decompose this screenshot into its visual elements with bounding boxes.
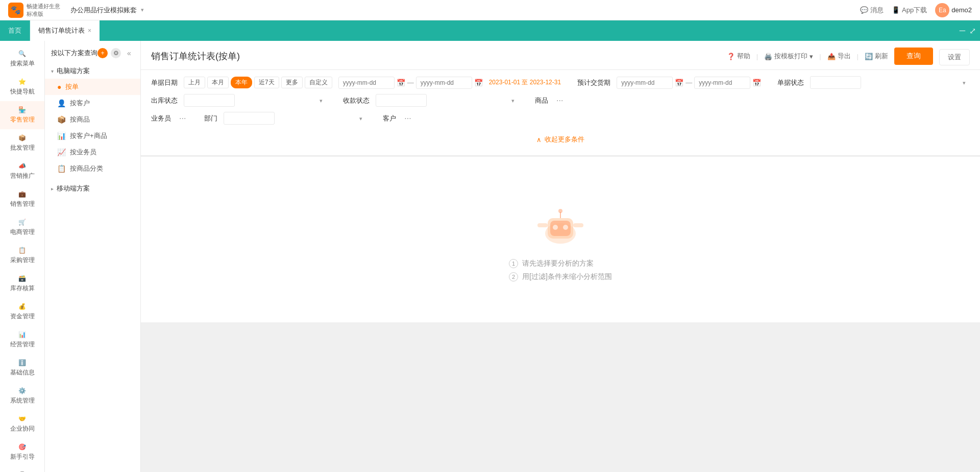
print-dropdown-icon[interactable]: ▾ [810,53,813,60]
sidebar-item-basic[interactable]: ℹ️ 基础信息 [0,354,44,382]
date-btn-this-year[interactable]: 本年 [231,77,252,88]
scheme-item-by-order[interactable]: ● 按单 [45,79,140,95]
tab-minimize-icon[interactable]: ─ [960,26,965,35]
settings-scheme-button[interactable]: ⚙ [111,48,121,58]
department-select[interactable] [224,112,275,125]
topbar-left: 🐾 畅捷通好生意 标准版 办公用品行业模拟账套 ▾ [8,3,144,18]
sidebar-item-inventory[interactable]: 🗃️ 库存核算 [0,270,44,298]
sidebar-item-ecommerce[interactable]: 🛒 电商管理 [0,214,44,242]
date-btn-custom[interactable]: 自定义 [305,77,332,88]
doc-status-select-wrapper [810,76,970,89]
scheme-item-by-product[interactable]: 📦 按商品 [45,111,140,128]
hint-num-1: 1 [509,259,518,268]
product-ellipsis-icon[interactable]: ··· [554,96,565,105]
sidebar-item-purchase[interactable]: 📋 采购管理 [0,242,44,270]
message-icon: 💬 [860,6,868,14]
scheme-item-by-category[interactable]: 📋 按商品分类 [45,160,140,177]
department-select-wrapper [224,112,366,125]
message-button[interactable]: 💬 消息 [860,6,884,15]
main-layout: 🔍 搜索菜单 ⭐ 快捷导航 🏪 零售管理 📦 批发管理 📣 营销推广 💼 销售管… [0,41,980,472]
sidebar: 🔍 搜索菜单 ⭐ 快捷导航 🏪 零售管理 📦 批发管理 📣 营销推广 💼 销售管… [0,41,45,472]
sidebar-item-newbie[interactable]: 🎯 新手引导 [0,438,44,466]
hint-num-2: 2 [509,272,518,281]
enterprise-icon: 🤝 [18,415,26,422]
app-title-dropdown-icon[interactable]: ▾ [141,7,144,13]
sidebar-item-wholesale[interactable]: 📦 批发管理 [0,129,44,157]
date-btn-this-month[interactable]: 本月 [207,77,229,88]
date-btn-last7[interactable]: 近7天 [254,77,279,88]
sidebar-item-finance[interactable]: 💰 资金管理 [0,298,44,326]
settings-button[interactable]: 设置 [939,49,970,65]
scheme-group-pc-header[interactable]: ▾ 电脑端方案 [45,63,140,79]
delivery-status-select[interactable] [184,94,235,107]
scheme-group-pc-title: 电脑端方案 [57,66,90,76]
payment-status-select-wrapper [376,94,519,107]
content-area: 按以下方案查询 + ⚙ « ▾ 电脑端方案 ● 按单 👤 按客 [45,41,980,472]
date-start-input[interactable] [338,77,395,89]
sidebar-search[interactable]: 🔍 搜索菜单 [0,45,44,73]
scheme-group-mobile: ▸ 移动端方案 [45,179,140,198]
search-icon: 🔍 [18,50,26,57]
department-label: 部门 [204,114,217,123]
tab-close-icon[interactable]: × [88,27,91,34]
scheme-item-by-cust-prod[interactable]: 📊 按客户+商品 [45,128,140,144]
predicted-date-start-input[interactable] [617,77,673,89]
tab-sales-stats[interactable]: 销售订单统计表 × [30,20,100,41]
order-icon: ● [57,83,61,91]
export-button[interactable]: 📤 导出 [827,52,851,61]
tab-home[interactable]: 首页 [0,20,30,41]
add-scheme-button[interactable]: + [97,48,108,58]
date-range-text: 2023-01-01 至 2023-12-31 [489,78,561,87]
page-title: 销售订单统计表(按单) [151,50,240,62]
sidebar-item-retail[interactable]: 🏪 零售管理 [0,101,44,129]
sidebar-item-appcenter[interactable]: 📱 应用中心 [0,466,44,472]
purchase-icon: 📋 [18,247,26,254]
salesman-ellipsis-icon[interactable]: ··· [177,114,188,123]
date-input-group: 📅 — 📅 [338,77,483,89]
sidebar-item-marketing[interactable]: 📣 营销推广 [0,157,44,185]
salesman-scheme-icon: 📈 [57,148,66,156]
scheme-group-mobile-header[interactable]: ▸ 移动端方案 [45,181,140,196]
customer-ellipsis-icon[interactable]: ··· [402,114,413,123]
tabbar-actions: ─ ⤢ [960,26,980,36]
download-icon: 📱 [892,6,900,14]
calendar-start-icon[interactable]: 📅 [397,79,405,87]
date-shortcuts: 上月 本月 本年 近7天 更多 自定义 [184,77,332,88]
salesman-label: 业务员 [151,114,171,123]
product-scheme-icon: 📦 [57,115,66,124]
predicted-calendar-start-icon[interactable]: 📅 [675,79,683,87]
logo-icon: 🐾 [8,3,23,18]
empty-hint-2: 2 用[过滤]条件来缩小分析范围 [509,272,612,281]
sidebar-item-enterprise[interactable]: 🤝 企业协同 [0,410,44,438]
calendar-end-icon[interactable]: 📅 [474,79,483,87]
date-btn-more[interactable]: 更多 [281,77,303,88]
date-end-input[interactable] [416,77,472,89]
payment-status-select[interactable] [376,94,427,107]
collapse-panel-button[interactable]: « [124,48,134,58]
predicted-calendar-end-icon[interactable]: 📅 [752,79,761,87]
query-button[interactable]: 查询 [894,48,933,65]
user-area[interactable]: Ea demo2 [935,3,972,17]
app-download-button[interactable]: 📱 App下载 [892,6,927,15]
tab-maximize-icon[interactable]: ⤢ [969,26,976,36]
print-button[interactable]: 🖨️ 按模板打印 ▾ [764,52,813,61]
basic-icon: ℹ️ [18,359,26,366]
empty-hints: 1 请先选择要分析的方案 2 用[过滤]条件来缩小分析范围 [509,259,612,281]
date-btn-last-month[interactable]: 上月 [184,77,205,88]
sidebar-item-system[interactable]: ⚙️ 系统管理 [0,382,44,410]
svg-rect-8 [573,223,583,227]
sidebar-item-sales[interactable]: 💼 销售管理 [0,185,44,214]
doc-status-select[interactable] [810,76,861,89]
sidebar-quick-nav[interactable]: ⭐ 快捷导航 [0,73,44,101]
scheme-item-by-customer[interactable]: 👤 按客户 [45,95,140,111]
help-button[interactable]: ❓ 帮助 [727,52,750,61]
help-icon: ❓ [727,53,735,60]
refresh-button[interactable]: 🔄 刷新 [865,52,888,61]
sidebar-item-operations[interactable]: 📊 经营管理 [0,326,44,354]
scheme-item-by-salesman[interactable]: 📈 按业务员 [45,144,140,160]
svg-rect-7 [537,223,548,227]
panel-header-title: 按以下方案查询 [51,49,97,58]
predicted-date-end-input[interactable] [694,77,750,89]
collapse-bar[interactable]: ∧ 收起更多条件 [151,130,970,149]
user-name: demo2 [951,6,972,14]
